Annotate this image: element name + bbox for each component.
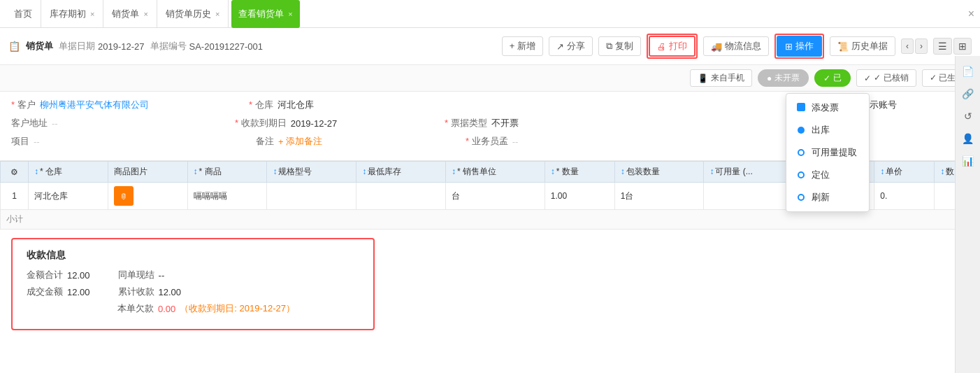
list-view-button[interactable]: ☰ <box>933 38 952 55</box>
check-button[interactable]: ✓ 已 <box>814 69 851 87</box>
tab-view-sales[interactable]: 查看销货单 × <box>231 0 299 28</box>
window-close-button[interactable]: × <box>968 8 974 20</box>
row-min-stock <box>356 183 446 210</box>
print-button[interactable]: 🖨 打印 <box>649 36 696 57</box>
ops-button[interactable]: ⊞ 操作 <box>777 36 822 57</box>
tab-sales-history-close[interactable]: × <box>215 10 219 18</box>
logistics-button[interactable]: 🚚 物流信息 <box>703 36 769 56</box>
current-due-item: 本单欠款 0.00 （收款到期日: 2019-12-27） <box>117 302 295 315</box>
customer-value[interactable]: 柳州粤港平安气体有限公司 <box>40 99 149 111</box>
col-price: ↕单价 <box>874 162 935 183</box>
locate-label: 定位 <box>812 169 830 181</box>
row-spec <box>267 183 356 210</box>
tab-inventory[interactable]: 库存期初 × <box>41 0 103 28</box>
view-icons: ☰ ⊞ <box>933 38 972 55</box>
cumulative-item: 累计收款 12.00 <box>118 286 182 298</box>
tab-sales[interactable]: 销货单 × <box>103 0 157 28</box>
doc-title-area: 📋 销货单 单据日期 2019-12-27 单据编号 SA-20191227-0… <box>8 40 493 52</box>
payment-date-field: 收款到期日 2019-12-27 <box>235 117 375 129</box>
same-order-value: -- <box>159 270 165 281</box>
deal-amount-value: 12.00 <box>67 287 90 297</box>
due-note: （收款到期日: 2019-12-27） <box>180 302 295 315</box>
total-amount-label: 金额合计 <box>27 269 63 281</box>
tab-inventory-label: 库存期初 <box>50 8 86 20</box>
col-unit: ↕* 销售单位 <box>445 162 545 183</box>
col-warehouse: ↕* 仓库 <box>29 162 108 183</box>
doc-date-area: 单据日期 2019-12-27 <box>59 40 145 52</box>
menu-locate[interactable]: 定位 <box>786 164 869 186</box>
row-pkg-qty: 1台 <box>614 183 704 210</box>
menu-add-invoice[interactable]: 添发票 <box>786 97 869 119</box>
payment-row-1: 金额合计 12.00 同单现结 -- <box>27 269 359 281</box>
prev-button[interactable]: ‹ <box>901 38 914 54</box>
payment-row-2: 成交金额 12.00 累计收款 12.00 <box>27 286 359 298</box>
warehouse-label: 仓库 <box>249 99 273 111</box>
main-content: 📋 销货单 单据日期 2019-12-27 单据编号 SA-20191227-0… <box>0 28 980 373</box>
tab-view-sales-close[interactable]: × <box>288 10 292 18</box>
menu-refresh[interactable]: 刷新 <box>786 186 869 209</box>
outbound-label: 出库 <box>812 124 830 136</box>
address-label: 客户地址 <box>11 117 48 129</box>
truck-icon: 🚚 <box>711 41 722 52</box>
sidebar-doc-icon[interactable]: 📄 <box>958 62 978 81</box>
menu-available-extract[interactable]: 可用量提取 <box>786 141 869 164</box>
product-image: 🛢 <box>114 186 134 206</box>
row-product: 嗝嗝嗝嗝 <box>187 183 267 210</box>
same-order-label: 同单现结 <box>118 269 154 281</box>
total-amount-item: 金额合计 12.00 <box>27 269 90 281</box>
print-highlight-box: 🖨 打印 <box>647 34 698 59</box>
sales-staff-field: 业务员孟 -- <box>466 135 605 148</box>
tab-inventory-close[interactable]: × <box>90 10 94 18</box>
locate-icon <box>796 170 806 181</box>
total-amount-value: 12.00 <box>67 270 90 281</box>
doc-number-area: 单据编号 SA-20191227-001 <box>150 40 264 52</box>
row-price: 0. <box>874 183 935 210</box>
ticket-type-value: 不开票 <box>491 117 519 129</box>
row-num: 1 <box>1 183 29 210</box>
sold-status-button[interactable]: ✓ ✓ 已核销 <box>856 69 916 87</box>
doc-name: 销货单 <box>26 40 53 52</box>
date-label: 单据日期 <box>59 40 95 52</box>
menu-outbound[interactable]: 出库 <box>786 119 869 141</box>
secondary-toolbar: 📱 来自手机 ● 未开票 ✓ 已 ✓ ✓ 已核销 ✓ 已生效 <box>0 65 980 92</box>
printer-icon: 🖨 <box>657 41 666 52</box>
add-button[interactable]: + 新增 <box>502 36 543 56</box>
mobile-button[interactable]: 📱 来自手机 <box>690 69 752 87</box>
tab-sales-history-label: 销货单历史 <box>166 8 211 20</box>
doc-header: 📋 销货单 单据日期 2019-12-27 单据编号 SA-20191227-0… <box>0 28 980 65</box>
col-qty: ↕* 数量 <box>545 162 614 183</box>
sidebar-chart-icon[interactable]: 📊 <box>958 151 978 171</box>
col-min-stock: ↕最低库存 <box>356 162 446 183</box>
row-img: 🛢 <box>108 183 187 210</box>
sales-staff-label: 业务员孟 <box>466 135 508 148</box>
tab-sales-history[interactable]: 销货单历史 × <box>157 0 229 28</box>
tab-sales-close[interactable]: × <box>143 10 147 18</box>
sidebar-link-icon[interactable]: 🔗 <box>958 84 978 104</box>
number-label: 单据编号 <box>150 40 187 52</box>
row-unit: 台 <box>445 183 545 210</box>
sidebar-refresh-icon[interactable]: ↺ <box>958 106 978 126</box>
bottom-section: 收款信息 金额合计 12.00 同单现结 -- 成交金额 12.00 <box>0 230 980 339</box>
tab-view-sales-label: 查看销货单 <box>238 8 284 20</box>
available-extract-icon <box>796 148 806 158</box>
not-open-button[interactable]: ● 未开票 <box>758 69 809 87</box>
grid-icon: ⊞ <box>785 41 793 52</box>
subtotal-row: 小计 <box>1 210 980 230</box>
share-button[interactable]: ↗ 分享 <box>549 36 593 56</box>
refresh-icon <box>796 192 806 203</box>
tab-home[interactable]: 首页 <box>6 0 41 28</box>
deal-amount-label: 成交金额 <box>27 286 63 298</box>
add-note-button[interactable]: + 添加备注 <box>278 135 322 148</box>
customer-field: 客户 柳州粤港平安气体有限公司 <box>11 99 151 111</box>
next-button[interactable]: › <box>915 38 928 54</box>
address-field: 客户地址 -- <box>11 117 151 129</box>
doc-icon: 📋 <box>8 41 20 52</box>
copy-button[interactable]: ⧉ 复制 <box>598 36 641 56</box>
payment-date-label: 收款到期日 <box>235 117 287 129</box>
history-button[interactable]: 📜 历史单据 <box>830 36 895 56</box>
col-spec: ↕规格型号 <box>267 162 356 183</box>
sidebar-user-icon[interactable]: 👤 <box>958 129 978 148</box>
ticket-icon: ● <box>767 73 772 83</box>
doc-actions: + 新增 ↗ 分享 ⧉ 复制 🖨 打印 🚚 物流信息 <box>502 34 972 59</box>
grid-view-button[interactable]: ⊞ <box>953 38 972 55</box>
